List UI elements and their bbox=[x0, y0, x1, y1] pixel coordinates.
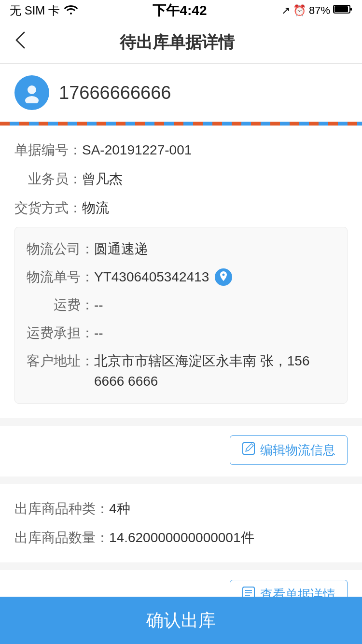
logistics-company-label: 物流公司： bbox=[27, 239, 94, 259]
delivery-value: 物流 bbox=[82, 198, 348, 218]
battery-percent: 87% bbox=[309, 4, 330, 17]
edit-logistics-label: 编辑物流信息 bbox=[260, 442, 335, 459]
alarm-icon: ⏰ bbox=[293, 4, 306, 17]
logistics-tracking-row: 物流单号： YT4306405342413 bbox=[27, 267, 335, 287]
order-no-value: SA-20191227-001 bbox=[82, 140, 348, 160]
customer-header: 17666666666 bbox=[0, 64, 362, 122]
status-left: 无 SIM 卡 bbox=[10, 3, 78, 18]
order-no-label: 单据编号： bbox=[14, 140, 82, 160]
sales-rep-value: 曾凡杰 bbox=[82, 169, 348, 189]
sales-rep-row: 业务员： 曾凡杰 bbox=[14, 169, 348, 189]
goods-types-value: 4种 bbox=[109, 499, 348, 519]
confirm-button[interactable]: 确认出库 bbox=[0, 597, 362, 644]
customer-avatar bbox=[14, 75, 49, 110]
back-button[interactable] bbox=[14, 30, 26, 54]
freight-value: -- bbox=[94, 295, 335, 315]
wifi-icon bbox=[64, 4, 78, 17]
sim-label: 无 SIM 卡 bbox=[10, 3, 60, 18]
freight-bear-value: -- bbox=[94, 323, 335, 343]
status-right: ↗ ⏰ 87% bbox=[281, 4, 352, 17]
edit-logistics-row: 编辑物流信息 bbox=[0, 426, 362, 476]
dashed-separator bbox=[0, 122, 362, 126]
delivery-label: 交货方式： bbox=[14, 198, 82, 218]
confirm-label: 确认出库 bbox=[146, 609, 216, 632]
customer-phone: 17666666666 bbox=[59, 83, 171, 103]
tracking-location-icon[interactable] bbox=[215, 268, 232, 286]
svg-rect-1 bbox=[334, 6, 348, 12]
status-bar: 无 SIM 卡 下午4:42 ↗ ⏰ 87% bbox=[0, 0, 362, 21]
goods-types-label: 出库商品种类： bbox=[14, 499, 109, 519]
logistics-card: 物流公司： 圆通速递 物流单号： YT4306405342413 运费： -- bbox=[14, 227, 348, 404]
svg-rect-2 bbox=[350, 8, 352, 11]
logistics-company-row: 物流公司： 圆通速递 bbox=[27, 239, 335, 259]
freight-row: 运费： -- bbox=[27, 295, 335, 315]
page-title: 待出库单据详情 bbox=[36, 31, 319, 54]
address-row: 客户地址： 北京市市辖区海淀区永丰南 张，156 6666 6666 bbox=[27, 351, 335, 392]
order-info-section: 单据编号： SA-20191227-001 业务员： 曾凡杰 交货方式： 物流 … bbox=[0, 126, 362, 418]
goods-types-row: 出库商品种类： 4种 bbox=[14, 499, 348, 519]
freight-bear-row: 运费承担： -- bbox=[27, 323, 335, 343]
order-no-row: 单据编号： SA-20191227-001 bbox=[14, 140, 348, 160]
delivery-row: 交货方式： 物流 bbox=[14, 198, 348, 218]
logistics-tracking-label: 物流单号： bbox=[27, 267, 94, 287]
goods-section: 出库商品种类： 4种 出库商品数量： 14.620000000000001件 bbox=[0, 484, 362, 562]
goods-quantity-row: 出库商品数量： 14.620000000000001件 bbox=[14, 528, 348, 548]
goods-quantity-label: 出库商品数量： bbox=[14, 528, 109, 548]
goods-quantity-value: 14.620000000000001件 bbox=[109, 528, 348, 548]
freight-bear-label: 运费承担： bbox=[27, 323, 94, 343]
status-time: 下午4:42 bbox=[153, 1, 207, 20]
edit-logistics-button[interactable]: 编辑物流信息 bbox=[230, 435, 348, 465]
battery-icon bbox=[333, 4, 352, 17]
tracking-number: YT4306405342413 bbox=[94, 267, 209, 287]
edit-icon bbox=[242, 442, 255, 459]
svg-point-3 bbox=[28, 85, 36, 94]
address-label: 客户地址： bbox=[27, 351, 94, 371]
logistics-company-value: 圆通速递 bbox=[94, 239, 335, 259]
sales-rep-label: 业务员： bbox=[14, 169, 82, 189]
nav-bar: 待出库单据详情 bbox=[0, 21, 362, 64]
address-value: 北京市市辖区海淀区永丰南 张，156 6666 6666 bbox=[94, 351, 335, 392]
freight-label: 运费： bbox=[27, 295, 94, 315]
svg-point-4 bbox=[25, 96, 39, 103]
logistics-tracking-value: YT4306405342413 bbox=[94, 267, 335, 287]
location-status-icon: ↗ bbox=[281, 4, 290, 17]
